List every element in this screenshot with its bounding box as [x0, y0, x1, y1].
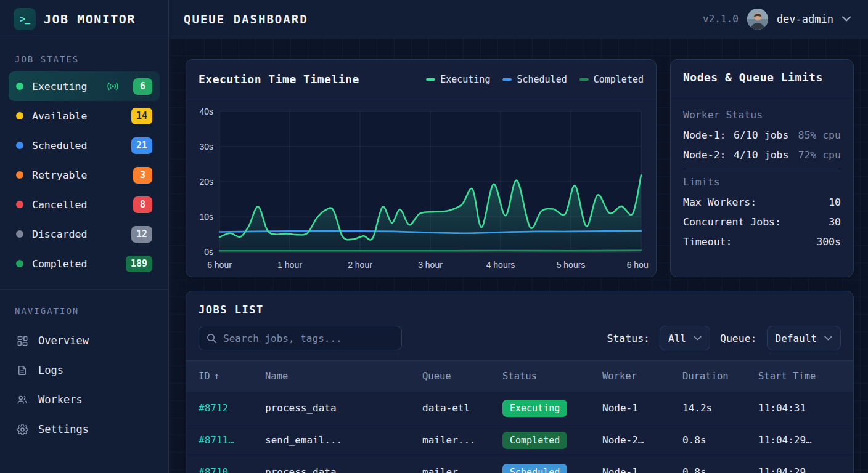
- job-name: send_email...: [265, 434, 422, 446]
- nav-item-overview[interactable]: Overview: [9, 326, 160, 355]
- legend-item-executing: Executing: [426, 74, 490, 85]
- job-worker: Node-2…: [602, 434, 682, 446]
- y-tick-label: 10s: [199, 212, 213, 222]
- job-id-link[interactable]: #8711…: [199, 434, 265, 446]
- nodes-card-divider: [683, 171, 841, 171]
- jobs-list-title: JOBS LIST: [186, 291, 853, 316]
- worker-name: Node-2:: [683, 149, 734, 161]
- user-menu[interactable]: dev-admin: [777, 13, 833, 25]
- queue-select[interactable]: Default: [767, 326, 841, 350]
- nav-item-settings[interactable]: Settings: [9, 414, 160, 444]
- job-duration: 14.2s: [682, 402, 758, 414]
- app-title: JOB MONITOR: [44, 12, 136, 26]
- search-input[interactable]: [223, 333, 394, 344]
- limit-row: Timeout:300s: [683, 236, 841, 248]
- column-header-start-time: Start Time: [758, 371, 853, 382]
- job-duration: 0.8s: [682, 466, 758, 473]
- limit-value: 30: [829, 216, 841, 228]
- status-badge: Scheduled: [502, 464, 567, 473]
- live-signal-icon: [106, 81, 120, 91]
- sidebar-item-discarded[interactable]: Discarded12: [9, 219, 160, 249]
- worker-status-label: Worker Status: [683, 109, 841, 121]
- job-start-time: 11:04:29: [758, 466, 853, 473]
- chart-legend: ExecutingScheduledCompleted: [426, 74, 644, 85]
- count-badge: 21: [131, 137, 152, 154]
- top-header: >_ JOB MONITOR QUEUE DASHBOARD v2.1.0 de…: [0, 0, 868, 38]
- job-start-time: 11:04:29…: [758, 434, 853, 446]
- timeline-card-title: Execution Time Timeline: [199, 73, 359, 86]
- sidebar-item-available[interactable]: Available14: [9, 101, 160, 131]
- header-right: v2.1.0 dev-admin: [703, 9, 851, 30]
- sidebar-item-scheduled[interactable]: Scheduled21: [9, 131, 160, 160]
- job-worker: Node-1: [602, 466, 682, 473]
- job-id-link[interactable]: #8712: [199, 402, 265, 414]
- limits-rows: Max Workers:10Concurrent Jobs:30Timeout:…: [683, 196, 841, 248]
- queue-filter-label: Queue:: [720, 333, 757, 344]
- legend-swatch: [579, 78, 589, 81]
- search-icon: [207, 333, 217, 344]
- terminal-logo-icon: >_: [14, 8, 36, 30]
- table-row[interactable]: #8710process_datamailerScheduledNode-10.…: [186, 456, 853, 473]
- job-name: process_data: [265, 466, 422, 473]
- gear-icon: [16, 424, 28, 435]
- y-tick-label: 40s: [199, 107, 213, 116]
- jobs-table-header: ID↑NameQueueStatusWorkerDurationStart Ti…: [186, 360, 853, 392]
- table-row[interactable]: #8712process_datadata-etlExecutingNode-1…: [186, 392, 853, 424]
- sidebar-item-retryable[interactable]: Retryable3: [9, 160, 160, 190]
- legend-item-completed: Completed: [579, 74, 644, 85]
- avatar[interactable]: [747, 9, 768, 30]
- x-tick-label: 4 hours: [486, 260, 515, 270]
- worker-jobs: 6/10 jobs: [734, 129, 798, 141]
- state-label: Available: [32, 110, 123, 122]
- sidebar-item-executing[interactable]: Executing6: [9, 71, 160, 101]
- chevron-down-icon: [694, 336, 702, 341]
- limit-row: Max Workers:10: [683, 196, 841, 208]
- navigation-list: OverviewLogsWorkersSettings: [0, 323, 168, 447]
- status-badge: Completed: [502, 432, 567, 449]
- limit-label: Concurrent Jobs:: [683, 216, 781, 228]
- sidebar-item-completed[interactable]: Completed189: [9, 249, 160, 278]
- status-dot: [16, 201, 23, 208]
- worker-status-rows: Node-1:6/10 jobs85% cpuNode-2:4/10 jobs7…: [683, 129, 841, 161]
- timeline-card-header: Execution Time Timeline ExecutingSchedul…: [186, 60, 656, 99]
- job-worker: Node-1: [602, 402, 682, 414]
- nav-item-workers[interactable]: Workers: [9, 385, 160, 414]
- legend-item-scheduled: Scheduled: [502, 74, 567, 85]
- version-label: v2.1.0: [703, 13, 739, 25]
- limit-label: Timeout:: [683, 236, 732, 248]
- brand-area: >_ JOB MONITOR: [0, 0, 169, 38]
- worker-cpu: 72% cpu: [798, 149, 841, 161]
- grid-icon: [16, 335, 28, 347]
- job-states-section-label: JOB STATES: [15, 54, 168, 64]
- chart-area: 0s10s20s30s40s6 hour1 hour2 hour3 hour4 …: [186, 99, 656, 278]
- count-badge: 6: [133, 78, 152, 95]
- limits-label: Limits: [683, 176, 841, 188]
- x-tick-label: 3 hour: [418, 260, 443, 270]
- jobs-filters: Status:AllQueue:Default: [607, 326, 841, 350]
- sidebar-item-cancelled[interactable]: Cancelled8: [9, 190, 160, 219]
- main-content: Execution Time Timeline ExecutingSchedul…: [170, 38, 868, 473]
- job-states-list: Executing6Available14Scheduled21Retryabl…: [0, 71, 168, 278]
- nodes-card-body: Worker Status Node-1:6/10 jobs85% cpuNod…: [671, 95, 853, 264]
- job-start-time: 11:04:31: [758, 402, 853, 414]
- job-queue: mailer: [422, 466, 502, 473]
- jobs-controls: Status:AllQueue:Default: [186, 316, 853, 360]
- worker-cpu: 85% cpu: [798, 129, 841, 141]
- count-badge: 14: [131, 108, 152, 124]
- sort-asc-icon: ↑: [214, 371, 219, 382]
- chevron-down-icon[interactable]: [842, 16, 851, 22]
- legend-label: Scheduled: [517, 74, 567, 85]
- column-header-id[interactable]: ID↑: [199, 371, 265, 382]
- x-tick-label: 6 hours: [627, 260, 649, 270]
- job-id-link[interactable]: #8710: [199, 466, 265, 473]
- job-queue: mailer...: [422, 434, 502, 446]
- nav-item-logs[interactable]: Logs: [9, 355, 160, 385]
- search-box[interactable]: [199, 326, 402, 350]
- column-header-queue: Queue: [422, 371, 502, 382]
- table-row[interactable]: #8711…send_email...mailer...CompletedNod…: [186, 424, 853, 456]
- status-select[interactable]: All: [660, 326, 710, 350]
- column-header-duration: Duration: [682, 371, 758, 382]
- legend-swatch: [426, 78, 435, 81]
- nodes-limits-card: Nodes & Queue Limits Worker Status Node-…: [670, 59, 854, 277]
- worker-name: Node-1:: [683, 129, 734, 141]
